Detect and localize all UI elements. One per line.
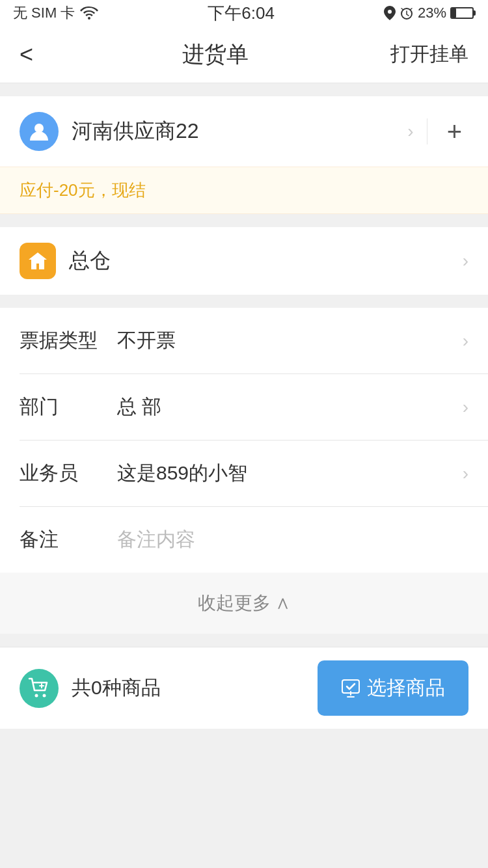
remark-row[interactable]: 备注 备注内容 bbox=[0, 507, 488, 573]
collapse-label: 收起更多 ∧ bbox=[198, 593, 291, 613]
svg-point-2 bbox=[35, 694, 38, 697]
divider-1 bbox=[0, 214, 488, 227]
remark-input[interactable]: 备注内容 bbox=[117, 526, 468, 553]
page-title: 进货单 bbox=[182, 40, 249, 70]
supplier-avatar bbox=[20, 112, 59, 151]
supplier-row[interactable]: 河南供应商22 › + bbox=[0, 96, 488, 167]
invoice-type-row[interactable]: 票据类型 不开票 › bbox=[0, 308, 488, 373]
status-bar: 无 SIM 卡 下午6:04 23% bbox=[0, 0, 488, 26]
add-supplier-button[interactable]: + bbox=[441, 117, 468, 146]
alarm-icon bbox=[400, 6, 414, 20]
status-bar-right: 23% bbox=[384, 5, 475, 21]
salesman-label: 业务员 bbox=[20, 460, 98, 487]
divider-3 bbox=[0, 634, 488, 647]
supplier-section: 河南供应商22 › + 应付-20元，现结 bbox=[0, 96, 488, 214]
supplier-chevron-icon: › bbox=[407, 121, 413, 142]
warehouse-icon-wrap bbox=[20, 243, 56, 279]
salesman-chevron-icon: › bbox=[463, 463, 468, 484]
invoice-type-chevron-icon: › bbox=[463, 331, 468, 351]
remark-label: 备注 bbox=[20, 526, 98, 553]
department-label: 部门 bbox=[20, 394, 98, 420]
product-icon-wrap bbox=[20, 669, 59, 708]
department-chevron-icon: › bbox=[463, 397, 468, 418]
salesman-value: 这是859的小智 bbox=[117, 460, 463, 487]
notice-bar: 应付-20元，现结 bbox=[0, 167, 488, 214]
home-icon bbox=[27, 251, 48, 271]
svg-point-1 bbox=[34, 124, 44, 133]
carrier-label: 无 SIM 卡 bbox=[13, 3, 75, 23]
supplier-name: 河南供应商22 bbox=[72, 117, 407, 146]
top-divider bbox=[0, 83, 488, 96]
warehouse-chevron-icon: › bbox=[463, 251, 468, 271]
department-value: 总 部 bbox=[117, 394, 463, 420]
wifi-icon bbox=[80, 7, 98, 20]
supplier-add-divider bbox=[427, 118, 427, 144]
notice-text: 应付-20元，现结 bbox=[20, 180, 146, 200]
salesman-row[interactable]: 业务员 这是859的小智 › bbox=[0, 441, 488, 506]
department-row[interactable]: 部门 总 部 › bbox=[0, 374, 488, 440]
battery-icon bbox=[450, 7, 475, 19]
cart-icon bbox=[28, 677, 50, 699]
select-product-button[interactable]: 选择商品 bbox=[318, 660, 468, 716]
warehouse-row[interactable]: 总仓 › bbox=[0, 227, 488, 295]
nav-bar: < 进货单 打开挂单 bbox=[0, 26, 488, 83]
bottom-area bbox=[0, 729, 488, 868]
invoice-type-label: 票据类型 bbox=[20, 327, 98, 354]
open-pending-button[interactable]: 打开挂单 bbox=[390, 41, 468, 68]
warehouse-name: 总仓 bbox=[69, 247, 463, 275]
form-section: 票据类型 不开票 › 部门 总 部 › 业务员 这是859的小智 › 备注 备注… bbox=[0, 308, 488, 573]
status-bar-left: 无 SIM 卡 bbox=[13, 3, 98, 23]
collapse-toggle[interactable]: 收起更多 ∧ bbox=[0, 573, 488, 634]
battery-percent: 23% bbox=[418, 5, 446, 21]
bottom-bar: 共0种商品 选择商品 bbox=[0, 647, 488, 729]
product-count: 共0种商品 bbox=[72, 675, 318, 701]
invoice-type-value: 不开票 bbox=[117, 327, 463, 354]
select-product-label: 选择商品 bbox=[367, 675, 445, 701]
select-product-icon bbox=[341, 679, 360, 698]
svg-point-3 bbox=[43, 694, 46, 697]
person-icon bbox=[27, 120, 51, 143]
back-button[interactable]: < bbox=[20, 34, 40, 75]
divider-2 bbox=[0, 295, 488, 308]
status-bar-time: 下午6:04 bbox=[208, 2, 275, 25]
warehouse-section: 总仓 › bbox=[0, 227, 488, 295]
location-icon bbox=[384, 6, 396, 20]
